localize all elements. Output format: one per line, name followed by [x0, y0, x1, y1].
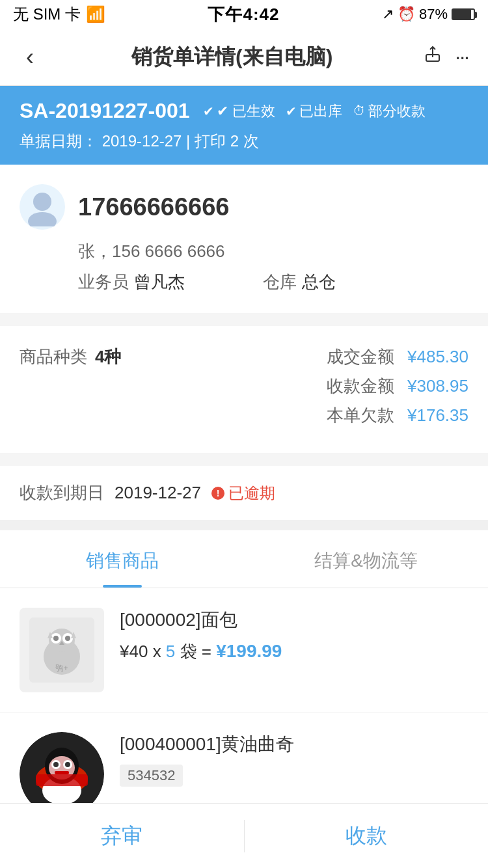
sales-info: 业务员 曾凡杰	[78, 271, 185, 293]
badge-shipped: ✔ 已出库	[286, 102, 342, 121]
svg-point-9	[53, 636, 59, 641]
warehouse-label: 仓库	[263, 271, 297, 293]
battery-icon	[452, 8, 475, 20]
check-icon-2: ✔	[286, 103, 297, 119]
svg-point-3	[28, 212, 57, 226]
order-number: SA-20191227-001	[20, 99, 190, 123]
transaction-stat: 成交金额 ¥485.30	[327, 346, 468, 368]
unit-1: 袋	[180, 642, 197, 661]
badge-effective: ✔ ✔ 已生效	[203, 102, 275, 121]
received-stat: 收款金额 ¥308.95	[327, 375, 468, 398]
back-button[interactable]: ‹	[20, 37, 40, 77]
avatar	[20, 184, 65, 230]
tabs-row: 销售商品 结算&物流等	[0, 530, 488, 588]
no-sim-text: 无 SIM 卡	[13, 4, 81, 25]
svg-rect-25	[36, 774, 88, 786]
transaction-amount: ¥485.30	[407, 347, 468, 367]
share-icon[interactable]	[424, 46, 442, 68]
sales-name: 曾凡杰	[134, 271, 185, 293]
tab-sales-label: 销售商品	[86, 550, 159, 571]
customer-name: 张，156 6666 6666	[78, 240, 468, 263]
svg-point-23	[65, 762, 70, 767]
category-count: 4种	[95, 346, 121, 368]
warehouse-name: 总仓	[302, 271, 336, 293]
status-time: 下午4:42	[208, 3, 279, 26]
category-stat: 商品种类 4种	[20, 346, 121, 368]
transaction-label: 成交金额	[327, 346, 394, 368]
tab-settlement-label: 结算&物流等	[314, 550, 418, 571]
customer-id: 17666666666	[78, 193, 229, 221]
due-section: 收款到期日 2019-12-27 ! 已逾期	[0, 466, 488, 520]
warehouse-info: 仓库 总仓	[263, 271, 336, 293]
more-button[interactable]: ···	[455, 45, 468, 69]
product-price-1: ¥40 x 5 袋 = ¥199.99	[120, 640, 468, 663]
debt-stat: 本单欠款 ¥176.35	[327, 404, 468, 427]
alarm-icon: ⏰	[398, 6, 415, 23]
svg-point-22	[53, 762, 59, 767]
tab-settlement[interactable]: 结算&物流等	[244, 530, 488, 588]
svg-rect-24	[55, 771, 69, 774]
received-label: 收款金额	[327, 375, 394, 398]
total-1: ¥199.99	[216, 641, 282, 661]
product-item: 鸮+ [0000002]面包 ¥40 x 5 袋 = ¥199.99	[0, 588, 488, 712]
collect-button[interactable]: 收款	[245, 809, 489, 863]
sales-label: 业务员	[78, 271, 129, 293]
product-info-1: [0000002]面包 ¥40 x 5 袋 = ¥199.99	[120, 608, 468, 663]
debt-label: 本单欠款	[327, 404, 394, 427]
product-name-1: [0000002]面包	[120, 608, 468, 632]
status-left: 无 SIM 卡 📶	[13, 4, 105, 25]
battery-text: 87%	[419, 6, 448, 23]
product-image-1: 鸮+	[20, 608, 104, 692]
nav-actions: ···	[424, 45, 468, 69]
product-name-2: [000400001]黄油曲奇	[120, 732, 468, 757]
order-header-top: SA-20191227-001 ✔ ✔ 已生效 ✔ 已出库 ⏱ 部分收款	[20, 99, 468, 123]
stats-row: 商品种类 4种 成交金额 ¥485.30 收款金额 ¥308.95 本单欠款 ¥…	[20, 346, 468, 433]
check-icon-1: ✔	[203, 103, 214, 119]
customer-meta: 业务员 曾凡杰 仓库 总仓	[78, 271, 468, 293]
page-title: 销货单详情(来自电脑)	[40, 43, 424, 72]
debt-amount: ¥176.35	[407, 405, 468, 426]
stats-left: 商品种类 4种	[20, 346, 121, 373]
qty-1: 5	[166, 642, 175, 661]
price-1: ¥40	[120, 642, 148, 661]
location-icon: ↗	[382, 6, 394, 23]
nav-bar: ‹ 销货单详情(来自电脑) ···	[0, 29, 488, 86]
section-divider	[0, 520, 488, 530]
order-badges: ✔ ✔ 已生效 ✔ 已出库 ⏱ 部分收款	[203, 102, 426, 121]
status-bar: 无 SIM 卡 📶 下午4:42 ↗ ⏰ 87%	[0, 0, 488, 29]
tab-sales-products[interactable]: 销售商品	[0, 530, 244, 588]
received-amount: ¥308.95	[407, 376, 468, 396]
category-label: 商品种类	[20, 346, 87, 368]
status-right: ↗ ⏰ 87%	[382, 6, 475, 23]
product-sku-2: 534532	[120, 765, 183, 787]
svg-text:鸮+: 鸮+	[55, 664, 68, 673]
order-date: 单据日期： 2019-12-27 | 打印 2 次	[20, 131, 468, 152]
wifi-icon: 📶	[86, 5, 105, 23]
stats-right: 成交金额 ¥485.30 收款金额 ¥308.95 本单欠款 ¥176.35	[327, 346, 468, 433]
tabs-section: 销售商品 结算&物流等	[0, 530, 488, 588]
overdue-badge: ! 已逾期	[211, 483, 275, 504]
svg-point-2	[33, 193, 51, 211]
cancel-button[interactable]: 弃审	[0, 809, 244, 863]
due-date: 2019-12-27	[115, 483, 201, 503]
svg-point-10	[65, 636, 70, 641]
bottom-action-bar: 弃审 收款	[0, 803, 488, 868]
badge-partial: ⏱ 部分收款	[353, 102, 426, 121]
clock-icon: ⏱	[353, 103, 366, 118]
overdue-icon: !	[211, 487, 224, 500]
stats-section: 商品种类 4种 成交金额 ¥485.30 收款金额 ¥308.95 本单欠款 ¥…	[0, 326, 488, 453]
customer-row: 17666666666	[20, 184, 468, 230]
order-header: SA-20191227-001 ✔ ✔ 已生效 ✔ 已出库 ⏱ 部分收款 单据日…	[0, 86, 488, 165]
due-label: 收款到期日	[20, 481, 104, 504]
overdue-text: 已逾期	[228, 483, 275, 504]
customer-section: 17666666666 张，156 6666 6666 业务员 曾凡杰 仓库 总…	[0, 165, 488, 313]
